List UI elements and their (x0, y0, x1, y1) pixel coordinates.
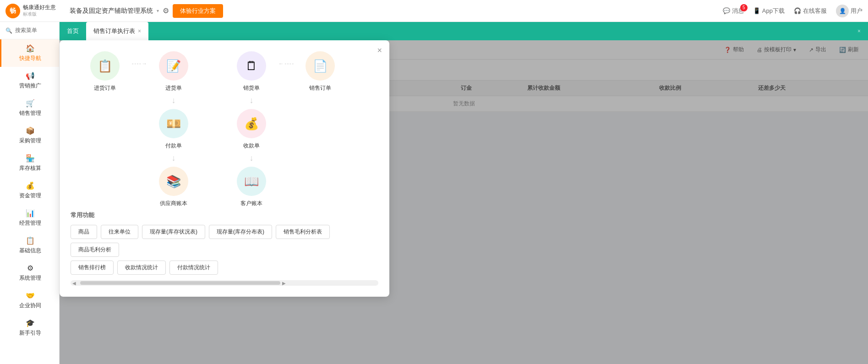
payment-label: 付款单 (165, 142, 182, 150)
logo-icon: 畅 (5, 4, 20, 18)
purchase-bill-label: 进货单 (165, 84, 182, 92)
app-name: 畅康通好生意 (23, 4, 56, 11)
user-area[interactable]: 👤 用户 (836, 5, 863, 17)
sidebar-item-sales[interactable]: 🛒 销售管理 (0, 94, 59, 122)
func-btn-product[interactable]: 商品 (71, 225, 97, 239)
sales-order-circle: 📄 (306, 51, 335, 81)
settings-icon[interactable]: ⚙ (163, 6, 169, 15)
sidebar-item-finance[interactable]: 💰 资金管理 (0, 177, 59, 204)
trial-button[interactable]: 体验行业方案 (173, 4, 223, 18)
flow-node-purchase-order[interactable]: 📋 进货订单 (90, 51, 120, 92)
tab-sales-order-exec[interactable]: 销售订单执行表 × (86, 22, 148, 40)
quick-nav-modal: × 📋 进货订单 - - - - → (60, 40, 389, 297)
func-btn-sales-rank[interactable]: 销售排行榜 (71, 261, 114, 275)
online-service-label: 在线客服 (803, 7, 827, 15)
tab-close-icon[interactable]: × (138, 28, 141, 34)
finance-icon: 💰 (26, 181, 35, 190)
purchase-order-label: 进货订单 (94, 84, 116, 92)
flow-node-sales-order[interactable]: 📄 销售订单 (306, 51, 335, 92)
sidebar-item-operation[interactable]: 📊 经营管理 (0, 204, 59, 232)
search-menu[interactable]: 🔍 搜索菜单 (0, 22, 59, 39)
receipt-circle: 💰 (237, 109, 266, 138)
sidebar-item-quick-nav[interactable]: 🏠 快捷导航 (0, 39, 59, 67)
quick-nav-icon: 🏠 (26, 44, 35, 53)
app-download-item[interactable]: 📱 App下载 (753, 7, 785, 15)
flow-node-purchase-bill[interactable]: 📝 进货单 (159, 51, 188, 92)
inventory-label: 库存核算 (19, 164, 41, 172)
customer-ledger-label: 客户账本 (240, 200, 262, 207)
scroll-right-arrow[interactable]: ▶ (280, 281, 288, 286)
sidebar-item-system[interactable]: ⚙ 系统管理 (0, 259, 59, 287)
purchase-bill-circle: 📝 (159, 51, 188, 81)
flow-node-receipt[interactable]: 💰 收款单 (237, 109, 266, 150)
tab-bar: 首页 销售订单执行表 × × (60, 22, 868, 40)
supplier-ledger-label: 供应商账本 (160, 200, 187, 207)
sales-label: 销售管理 (19, 109, 41, 117)
func-btn-stock-dist[interactable]: 现存量(库存分布表) (209, 225, 272, 239)
finance-label: 资金管理 (19, 192, 41, 200)
operation-icon: 📊 (26, 209, 35, 217)
sidebar-item-purchase[interactable]: 📦 采购管理 (0, 122, 59, 149)
arrow-sales-order-to-bill: ← - - - - (278, 60, 293, 67)
system-icon: ⚙ (27, 264, 33, 272)
func-btn-product-profit[interactable]: 商品毛利分析 (71, 243, 119, 257)
sales-icon: 🛒 (26, 99, 35, 108)
enterprise-label: 企业协同 (19, 302, 41, 310)
arrow-down-1: ↓ (172, 96, 176, 105)
func-btn-receipt-stat[interactable]: 收款情况统计 (117, 261, 166, 275)
arrow-down-3: ↓ (250, 96, 254, 105)
sidebar: 🔍 搜索菜单 🏠 快捷导航 📢 营销推广 🛒 销售管理 📦 采购管理 🏪 库存核… (0, 22, 60, 364)
sidebar-item-enterprise[interactable]: 🤝 企业协同 (0, 287, 59, 314)
system-title-text: 装备及固定资产辅助管理系统 (70, 7, 153, 15)
app-version: 标准版 (23, 11, 56, 17)
sidebar-item-inventory[interactable]: 🏪 库存核算 (0, 149, 59, 177)
scroll-left-arrow[interactable]: ◀ (71, 281, 78, 286)
func-buttons-row2: 销售排行榜 收款情况统计 付款情况统计 (71, 261, 378, 275)
receipt-label: 收款单 (243, 142, 260, 150)
logo-text: 畅康通好生意 标准版 (23, 4, 56, 18)
payment-circle: 💴 (159, 109, 188, 138)
system-title-area: 装备及固定资产辅助管理系统 ▾ ⚙ 体验行业方案 (65, 4, 723, 18)
logo-area: 畅 畅康通好生意 标准版 (5, 4, 65, 18)
sidebar-item-marketing[interactable]: 📢 营销推广 (0, 67, 59, 94)
purchase-order-circle: 📋 (90, 51, 120, 81)
tab-sales-label: 销售订单执行表 (93, 27, 135, 35)
func-btn-stock-status[interactable]: 现存量(库存状况表) (142, 225, 205, 239)
download-icon: 📱 (753, 7, 760, 14)
func-btn-payment-stat[interactable]: 付款情况统计 (169, 261, 218, 275)
flow-node-supplier-ledger[interactable]: 📚 供应商账本 (159, 167, 188, 207)
func-buttons-row1: 商品 往来单位 现存量(库存状况表) 现存量(库存分布表) 销售毛利分析表 商品… (71, 225, 378, 257)
tab-bar-close-icon[interactable]: × (857, 28, 861, 34)
search-icon: 🔍 (5, 27, 12, 34)
func-btn-sales-profit[interactable]: 销售毛利分析表 (276, 225, 330, 239)
arrow-down-4: ↓ (250, 153, 254, 163)
user-avatar: 👤 (836, 5, 849, 17)
scroll-thumb[interactable] (80, 281, 280, 285)
message-icon-item[interactable]: 💬 消息 5 (723, 7, 744, 15)
flow-node-sales-bill[interactable]: 🗒 销货单 (237, 51, 266, 92)
marketing-icon: 📢 (26, 71, 35, 80)
sales-order-label: 销售订单 (309, 84, 331, 92)
user-name: 用户 (851, 7, 863, 15)
main-layout: 🔍 搜索菜单 🏠 快捷导航 📢 营销推广 🛒 销售管理 📦 采购管理 🏪 库存核… (0, 22, 868, 364)
arrow-down-2: ↓ (172, 153, 176, 163)
service-icon: 🎧 (794, 7, 801, 14)
system-title-dropdown-icon[interactable]: ▾ (157, 8, 159, 13)
purchase-label: 采购管理 (19, 137, 41, 145)
overlay[interactable]: × 📋 进货订单 - - - - → (60, 40, 868, 364)
sidebar-item-guide[interactable]: 🎓 新手引导 (0, 314, 59, 342)
quick-nav-label: 快捷导航 (19, 54, 41, 62)
guide-icon: 🎓 (26, 319, 35, 327)
flow-node-payment[interactable]: 💴 付款单 (159, 109, 188, 150)
enterprise-icon: 🤝 (26, 291, 35, 300)
tab-home[interactable]: 首页 (60, 22, 86, 40)
system-label: 系统管理 (19, 274, 41, 282)
online-service-item[interactable]: 🎧 在线客服 (794, 7, 827, 15)
tab-home-label: 首页 (67, 27, 79, 35)
func-btn-unit[interactable]: 往来单位 (101, 225, 138, 239)
purchase-icon: 📦 (26, 126, 35, 135)
sidebar-item-basic-info[interactable]: 📋 基础信息 (0, 232, 59, 259)
modal-close-button[interactable]: × (377, 46, 382, 55)
flow-node-customer-ledger[interactable]: 📖 客户账本 (237, 167, 266, 207)
arrow-purchase-to-bill: - - - - → (132, 60, 147, 67)
